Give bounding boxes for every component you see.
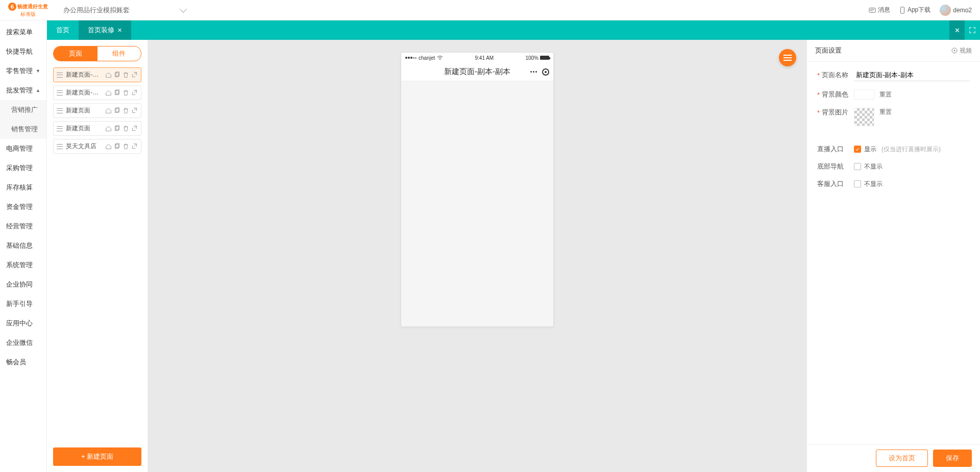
sidebar-item-basic[interactable]: 基础信息 <box>0 236 46 255</box>
save-button[interactable]: 保存 <box>933 450 972 467</box>
left-panel: 页面 组件 新建页面-副本... <box>47 40 148 472</box>
sidebar-item-search[interactable]: 搜索菜单 <box>0 22 46 42</box>
tab-home[interactable]: 首页 <box>47 20 79 40</box>
delete-icon[interactable] <box>122 143 129 150</box>
bg-image-reset[interactable]: 重置 <box>879 108 892 116</box>
export-icon[interactable] <box>131 125 138 132</box>
home-icon[interactable] <box>105 72 112 78</box>
logo-block: 6 畅捷通好生意 标准版 <box>8 3 48 18</box>
sidebar-item-finance[interactable]: 资金管理 <box>0 197 46 217</box>
page-name-input[interactable] <box>854 69 970 81</box>
export-icon[interactable] <box>131 89 138 96</box>
new-page-button[interactable]: + 新建页面 <box>53 447 141 466</box>
sidebar: 搜索菜单 快捷导航 零售管理▼ 批发管理▲ 营销推广 销售管理 电商管理 采购管… <box>0 20 47 472</box>
page-item[interactable]: 新建页面-副本 <box>53 85 141 100</box>
export-icon[interactable] <box>131 143 138 150</box>
target-icon <box>542 68 549 76</box>
user-menu[interactable]: demo2 <box>940 5 972 16</box>
page-item[interactable]: 新建页面 <box>53 121 141 136</box>
battery-icon <box>540 56 549 60</box>
sidebar-item-marketing[interactable]: 营销推广 <box>0 100 46 120</box>
canvas: chanjet 9:41 AM 100% 新建页面-副本-副本 <box>148 40 806 472</box>
tabs-bar: 首页 首页装修 ✕ ✕ <box>47 20 980 40</box>
sidebar-item-collab[interactable]: 企业协同 <box>0 275 46 294</box>
page-item[interactable]: 新建页面 <box>53 103 141 118</box>
bg-color-swatch[interactable] <box>854 89 874 100</box>
sidebar-item-ecommerce[interactable]: 电商管理 <box>0 139 46 158</box>
home-icon[interactable] <box>105 107 112 114</box>
phone-body[interactable] <box>401 81 553 326</box>
segment-component[interactable]: 组件 <box>97 46 141 61</box>
sidebar-item-inventory[interactable]: 库存核算 <box>0 178 46 197</box>
drag-handle-icon[interactable] <box>57 144 63 149</box>
copy-icon[interactable] <box>114 72 120 78</box>
drag-handle-icon[interactable] <box>57 90 63 96</box>
home-icon[interactable] <box>105 89 112 96</box>
phone-title-bar: 新建页面-副本-副本 <box>401 63 553 81</box>
delete-icon[interactable] <box>122 107 129 114</box>
page-list: 新建页面-副本... 新建页面-副本 <box>53 67 141 447</box>
copy-icon[interactable] <box>114 89 120 96</box>
delete-icon[interactable] <box>122 72 129 78</box>
phone-page-title: 新建页面-副本-副本 <box>444 67 510 77</box>
time-label: 9:41 AM <box>475 55 494 61</box>
tab-close-icon[interactable]: ✕ <box>117 27 122 34</box>
avatar <box>940 5 951 16</box>
page-name-label: 页面名称 <box>822 70 848 80</box>
copy-icon[interactable] <box>114 107 120 114</box>
phone-status-bar: chanjet 9:41 AM 100% <box>401 53 553 63</box>
segment-page[interactable]: 页面 <box>54 46 97 61</box>
video-link[interactable]: 视频 <box>951 46 972 55</box>
svg-rect-1 <box>900 7 904 13</box>
sidebar-item-sales[interactable]: 销售管理 <box>0 120 46 139</box>
checkbox-icon <box>854 146 861 153</box>
caret-down-icon: ▼ <box>36 68 40 74</box>
service-entry-checkbox[interactable]: 不显示 <box>854 180 883 188</box>
set-home-button[interactable]: 设为首页 <box>876 450 928 467</box>
sidebar-item-purchase[interactable]: 采购管理 <box>0 158 46 178</box>
sidebar-item-appcenter[interactable]: 应用中心 <box>0 314 46 333</box>
delete-icon[interactable] <box>122 125 129 132</box>
tabs-close-all-button[interactable]: ✕ <box>949 20 965 40</box>
drag-handle-icon[interactable] <box>57 126 63 131</box>
page-item[interactable]: 新建页面-副本... <box>53 67 141 82</box>
delete-icon[interactable] <box>122 89 129 96</box>
signal-icon <box>405 57 416 59</box>
battery-label: 100% <box>525 55 538 61</box>
carrier-label: chanjet <box>419 55 435 61</box>
app-download-button[interactable]: App下载 <box>899 6 930 14</box>
home-icon[interactable] <box>105 125 112 132</box>
bottom-nav-checkbox[interactable]: 不显示 <box>854 162 883 171</box>
chevron-down-icon <box>180 5 187 12</box>
right-panel-footer: 设为首页 保存 <box>807 444 980 472</box>
drag-handle-icon[interactable] <box>57 108 63 113</box>
tab-decoration[interactable]: 首页装修 ✕ <box>79 20 131 40</box>
tabs-fullscreen-button[interactable] <box>965 20 980 40</box>
play-icon <box>951 48 958 54</box>
sidebar-item-system[interactable]: 系统管理 <box>0 255 46 275</box>
copy-icon[interactable] <box>114 143 120 150</box>
export-icon[interactable] <box>131 107 138 114</box>
sidebar-item-retail[interactable]: 零售管理▼ <box>0 61 46 81</box>
bg-color-reset[interactable]: 重置 <box>879 90 892 99</box>
right-panel-title: 页面设置 <box>815 46 842 55</box>
sidebar-item-wechat[interactable]: 企业微信 <box>0 333 46 352</box>
service-entry-label: 客服入口 <box>817 179 844 188</box>
sidebar-item-member[interactable]: 畅会员 <box>0 352 46 372</box>
export-icon[interactable] <box>131 72 138 78</box>
bg-image-picker[interactable] <box>854 108 874 126</box>
page-item[interactable]: 昊天文具店 <box>53 139 141 154</box>
messages-button[interactable]: 消息 <box>869 6 890 14</box>
svg-point-12 <box>439 59 440 60</box>
drag-handle-icon[interactable] <box>57 73 63 78</box>
fab-menu-button[interactable] <box>779 49 796 66</box>
copy-icon[interactable] <box>114 125 120 132</box>
live-entry-checkbox[interactable]: 显示 (仅当进行直播时展示) <box>854 145 941 154</box>
home-icon[interactable] <box>105 143 112 150</box>
sidebar-item-quicknav[interactable]: 快捷导航 <box>0 42 46 61</box>
checkbox-icon <box>854 180 861 187</box>
org-selector[interactable]: 办公用品行业模拟账套 <box>63 6 186 15</box>
sidebar-item-operations[interactable]: 经营管理 <box>0 217 46 236</box>
sidebar-item-wholesale[interactable]: 批发管理▲ <box>0 81 46 100</box>
sidebar-item-guide[interactable]: 新手引导 <box>0 294 46 314</box>
